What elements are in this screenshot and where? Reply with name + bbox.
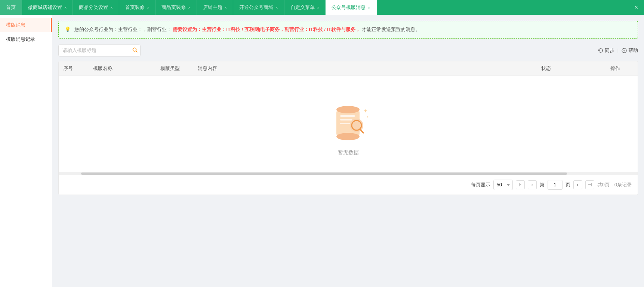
tab-home-label: 首页 bbox=[6, 4, 16, 11]
tab-store-theme-close[interactable]: × bbox=[225, 5, 227, 10]
main-layout: 模版消息 模版消息记录 💡 您的公众号行业为：主营行业：，副营行业： 需要设置为… bbox=[0, 15, 644, 287]
tab-custom-menu-label: 自定义菜单 bbox=[290, 4, 315, 11]
main-content: 💡 您的公众号行业为：主营行业：，副营行业： 需要设置为：主营行业：IT科技 /… bbox=[52, 15, 644, 287]
sync-label: 同步 bbox=[605, 47, 614, 54]
tab-store-theme-label: 店铺主题 bbox=[203, 4, 222, 11]
svg-text:?: ? bbox=[623, 49, 625, 53]
total-text: 共0页，0条记录 bbox=[597, 181, 632, 188]
th-action: 操作 bbox=[593, 61, 638, 76]
tab-product-category-close[interactable]: × bbox=[110, 5, 113, 10]
tab-home[interactable]: 首页 bbox=[0, 0, 22, 15]
th-status: 状态 bbox=[537, 61, 593, 76]
page-label: 第 bbox=[540, 181, 545, 188]
svg-point-7 bbox=[336, 133, 360, 140]
help-icon: ? bbox=[622, 48, 627, 53]
search-bar: 同步 | ? 帮助 bbox=[58, 45, 638, 57]
scroll-indicator[interactable] bbox=[59, 172, 638, 175]
notice-highlight: 需要设置为：主营行业：IT科技 / 互联网|电子商务，副营行业：IT科技 / I… bbox=[173, 27, 360, 32]
tab-custom-menu[interactable]: 自定义菜单 × bbox=[284, 0, 326, 15]
tab-home-decorate-close[interactable]: × bbox=[147, 5, 149, 10]
th-type: 模版类型 bbox=[156, 61, 193, 76]
svg-point-6 bbox=[336, 106, 360, 113]
search-input[interactable] bbox=[58, 45, 141, 57]
scroll-thumb bbox=[81, 172, 567, 175]
empty-state: ✦ ✦ 暂无数据 bbox=[59, 76, 638, 171]
svg-line-1 bbox=[136, 51, 138, 52]
tab-store-theme[interactable]: 店铺主题 × bbox=[197, 0, 233, 15]
tab-open-mall-close[interactable]: × bbox=[275, 5, 278, 10]
search-left bbox=[58, 45, 141, 57]
pagination: 每页显示 50 10 20 100 ⊦ ‹ 第 页 › ⊣ 共0页，0条记录 bbox=[59, 175, 638, 195]
tab-template-msg[interactable]: 公众号模版消息 × bbox=[326, 0, 376, 15]
tab-shop-settings-close[interactable]: × bbox=[64, 5, 67, 10]
tab-open-mall[interactable]: 开通公众号商城 × bbox=[233, 0, 284, 15]
search-right: 同步 | ? 帮助 bbox=[598, 47, 638, 54]
th-index: 序号 bbox=[59, 61, 89, 76]
sync-icon bbox=[598, 48, 603, 53]
tab-product-category-label: 商品分类设置 bbox=[79, 4, 108, 11]
help-label: 帮助 bbox=[628, 47, 638, 54]
search-input-wrap bbox=[58, 45, 141, 57]
tab-product-category[interactable]: 商品分类设置 × bbox=[73, 0, 119, 15]
tab-template-msg-close[interactable]: × bbox=[368, 5, 370, 10]
tab-open-mall-label: 开通公众号商城 bbox=[239, 4, 273, 11]
notice-icon: 💡 bbox=[65, 27, 71, 32]
tab-shop-settings[interactable]: 微商城店铺设置 × bbox=[22, 0, 73, 15]
tab-home-decorate-label: 首页装修 bbox=[125, 4, 145, 11]
sidebar-item-template-msg-label: 模版消息 bbox=[6, 22, 25, 28]
search-icon bbox=[132, 47, 138, 52]
first-page-button[interactable]: ⊦ bbox=[516, 180, 525, 189]
empty-illustration: ✦ ✦ bbox=[326, 98, 371, 143]
close-all-button[interactable]: × bbox=[629, 4, 644, 11]
svg-rect-9 bbox=[340, 119, 352, 120]
notice-suffix: 才能正常发送预置的消息。 bbox=[362, 27, 420, 32]
sidebar-item-template-msg-log-label: 模版消息记录 bbox=[6, 36, 35, 42]
page-size-label: 每页显示 bbox=[471, 181, 490, 188]
tab-product-decorate-close[interactable]: × bbox=[188, 5, 190, 10]
th-content: 消息内容 bbox=[193, 61, 537, 76]
tab-shop-settings-label: 微商城店铺设置 bbox=[28, 4, 62, 11]
th-name: 模版名称 bbox=[89, 61, 156, 76]
sync-button[interactable]: 同步 bbox=[598, 47, 614, 54]
next-page-button[interactable]: › bbox=[573, 180, 582, 189]
tab-product-decorate[interactable]: 商品页装修 × bbox=[155, 0, 197, 15]
tab-template-msg-label: 公众号模版消息 bbox=[332, 4, 366, 11]
prev-page-button[interactable]: ‹ bbox=[528, 180, 537, 189]
data-table: 序号 模版名称 模版类型 消息内容 状态 操作 bbox=[58, 61, 638, 195]
tab-bar: 首页 微商城店铺设置 × 商品分类设置 × 首页装修 × 商品页装修 × 店铺主… bbox=[0, 0, 644, 15]
svg-text:✦: ✦ bbox=[366, 115, 369, 119]
search-button[interactable] bbox=[132, 47, 138, 54]
tab-home-decorate[interactable]: 首页装修 × bbox=[119, 0, 155, 15]
help-button[interactable]: ? 帮助 bbox=[622, 47, 638, 54]
table-header: 序号 模版名称 模版类型 消息内容 状态 操作 bbox=[59, 61, 638, 76]
sidebar-item-template-msg[interactable]: 模版消息 bbox=[0, 18, 52, 32]
page-size-select[interactable]: 50 10 20 100 bbox=[493, 180, 513, 190]
empty-text: 暂无数据 bbox=[338, 149, 359, 156]
last-page-button[interactable]: ⊣ bbox=[585, 180, 594, 189]
current-page-input[interactable] bbox=[548, 180, 563, 190]
svg-text:✦: ✦ bbox=[363, 108, 368, 114]
tab-product-decorate-label: 商品页装修 bbox=[161, 4, 186, 11]
sidebar-item-template-msg-log[interactable]: 模版消息记录 bbox=[0, 32, 52, 46]
tab-custom-menu-close[interactable]: × bbox=[317, 5, 319, 10]
sidebar: 模版消息 模版消息记录 bbox=[0, 15, 52, 287]
svg-rect-8 bbox=[340, 115, 355, 117]
notice-box: 💡 您的公众号行业为：主营行业：，副营行业： 需要设置为：主营行业：IT科技 /… bbox=[58, 21, 638, 39]
page-unit: 页 bbox=[566, 181, 570, 188]
divider: | bbox=[617, 48, 619, 53]
notice-prefix: 您的公众号行业为：主营行业：，副营行业： bbox=[74, 27, 172, 32]
